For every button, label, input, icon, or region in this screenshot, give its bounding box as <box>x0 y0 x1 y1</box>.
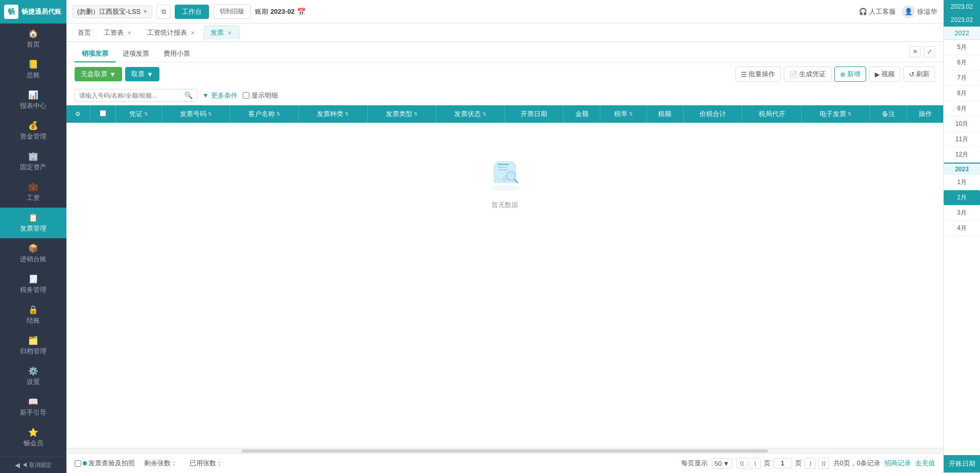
home-icon: 🏠 <box>28 29 38 38</box>
show-detail-label: 显示明细 <box>251 91 278 100</box>
col-settings[interactable]: ⚙ <box>66 105 90 123</box>
sidebar-item-settings[interactable]: ⚙️ 设置 <box>0 361 66 392</box>
col-checkbox[interactable] <box>90 105 115 123</box>
filter-icon: ▼ <box>202 92 209 99</box>
page-label-text: 页 <box>764 459 771 468</box>
month-2023-2-active[interactable]: 2月 <box>944 190 980 206</box>
maximize-window-btn[interactable]: ⤢ <box>924 46 935 57</box>
col-invoice-no[interactable]: 发票号码⇅ <box>162 105 230 123</box>
sub-tab-expense-receipt[interactable]: 费用小票 <box>156 46 197 62</box>
month-2023-1[interactable]: 1月 <box>944 175 980 190</box>
col-voucher[interactable]: 凭证⇅ <box>115 105 161 123</box>
col-invoice-category[interactable]: 发票类型⇅ <box>367 105 436 123</box>
batch-ops-btn[interactable]: ☰ 批量操作 <box>735 66 781 82</box>
month-7[interactable]: 7月 <box>944 71 980 86</box>
page-number-input[interactable] <box>774 458 792 468</box>
tab-payroll-stats[interactable]: 工资统计报表 ✕ <box>141 26 203 39</box>
close-window-btn[interactable]: ✕ <box>909 46 921 57</box>
month-10[interactable]: 10月 <box>944 117 980 132</box>
user-menu[interactable]: 👤 徐溢华 <box>902 5 937 18</box>
logo-icon: 畅 <box>4 5 18 19</box>
filter-bar: 🔍 ▼ 更多条件 显示明细 <box>66 86 943 105</box>
sales-icon: 📦 <box>28 243 38 253</box>
col-electronic[interactable]: 电子发票⇅ <box>802 105 870 123</box>
sidebar-item-home[interactable]: 🏠 首页 <box>0 24 66 54</box>
refresh-btn[interactable]: ↺ 刷新 <box>903 66 935 82</box>
period-calendar-icon[interactable]: 📅 <box>297 8 306 16</box>
recruit-link[interactable]: 招商记录 <box>884 459 911 468</box>
col-total: 价税合计 <box>683 105 742 123</box>
sub-tab-sales-invoice[interactable]: 销项发票 <box>75 46 115 62</box>
sidebar-item-ledger[interactable]: 📒 总账 <box>0 54 66 85</box>
tab-payroll-table[interactable]: 工资表 ✕ <box>97 26 139 39</box>
no-ticket-dropdown-icon: ▼ <box>109 71 116 78</box>
reports-icon: 📊 <box>28 90 38 100</box>
show-detail-checkbox[interactable]: 显示明细 <box>243 91 278 100</box>
col-invoice-type[interactable]: 发票种类⇅ <box>299 105 367 123</box>
detail-checkbox[interactable] <box>243 92 249 99</box>
avatar: 👤 <box>902 5 915 18</box>
last-page-btn[interactable]: ⟩⟩ <box>818 458 829 469</box>
month-2023-4[interactable]: 4月 <box>944 221 980 236</box>
month-2023-3[interactable]: 3月 <box>944 206 980 221</box>
tab-close-icon[interactable]: ✕ <box>189 30 196 36</box>
sidebar-item-label: 归档管理 <box>20 347 46 356</box>
tab-home[interactable]: 首页 <box>73 26 96 39</box>
select-all-checkbox[interactable] <box>100 110 106 117</box>
service-button[interactable]: 🎧 人工客服 <box>859 7 896 16</box>
month-11[interactable]: 11月 <box>944 132 980 147</box>
new-btn[interactable]: ⊕ 新增 <box>834 66 866 82</box>
col-customer[interactable]: 客户名称⇅ <box>230 105 299 123</box>
search-box[interactable]: 🔍 <box>75 89 197 102</box>
col-tax-rate[interactable]: 税率⇅ <box>600 105 646 123</box>
page-size-selector[interactable]: 50 ▼ <box>712 458 732 469</box>
empty-state: 暂无数据 <box>66 123 943 240</box>
legacy-button[interactable]: 切到旧版 <box>213 4 251 19</box>
sidebar-item-archive[interactable]: 🗂️ 归档管理 <box>0 330 66 361</box>
month-6[interactable]: 6月 <box>944 55 980 71</box>
month-5[interactable]: 5月 <box>944 40 980 55</box>
sidebar-collapse-btn[interactable]: ◀ ◀ 取消固定 <box>0 457 66 473</box>
tab-close-active-icon[interactable]: ✕ <box>226 30 233 36</box>
gen-voucher-btn[interactable]: 📄 生成凭证 <box>784 66 831 82</box>
sidebar-item-assets[interactable]: 🏢 固定资产 <box>0 146 66 177</box>
month-9[interactable]: 9月 <box>944 101 980 117</box>
first-page-btn[interactable]: ⟨⟨ <box>736 458 748 469</box>
open-period-btn[interactable]: 开账日期 <box>944 455 980 473</box>
sidebar-item-reports[interactable]: 📊 报表中心 <box>0 85 66 116</box>
tab-close-icon[interactable]: ✕ <box>126 30 133 36</box>
sidebar-item-capital[interactable]: 💰 资金管理 <box>0 116 66 146</box>
col-invoice-status[interactable]: 发票状态⇅ <box>436 105 504 123</box>
sidebar-item-payroll[interactable]: 💼 工资 <box>0 177 66 208</box>
prev-page-btn[interactable]: ⟨ <box>750 458 761 469</box>
sidebar-item-member[interactable]: ⭐ 畅会员 <box>0 422 66 453</box>
tab-invoice[interactable]: 发票 ✕ <box>204 26 240 39</box>
company-selector[interactable]: (勿删）江西股宝-LSS ▼ <box>73 5 152 18</box>
horizontal-scrollbar[interactable] <box>66 448 943 453</box>
next-page-btn[interactable]: ⟩ <box>805 458 816 469</box>
month-8[interactable]: 8月 <box>944 86 980 101</box>
header-right: 🎧 人工客服 👤 徐溢华 <box>859 5 937 18</box>
workspace-button[interactable]: 工作台 <box>175 5 209 19</box>
invoice-page: 销项发票 进项发票 费用小票 无盘取票 ▼ 取票 ▼ ☰ 批量操作 <box>66 42 943 473</box>
recharge-link[interactable]: 去充值 <box>915 459 935 468</box>
more-conditions-btn[interactable]: ▼ 更多条件 <box>202 91 238 100</box>
fetch-btn[interactable]: 取票 ▼ <box>125 67 159 81</box>
sidebar-item-label: 税务管理 <box>20 285 46 295</box>
sidebar-item-tax[interactable]: 🧾 税务管理 <box>0 269 66 300</box>
video-btn[interactable]: ▶ 视频 <box>869 66 900 82</box>
sub-tab-purchase-invoice[interactable]: 进项发票 <box>115 46 156 62</box>
sidebar-item-label: 发票管理 <box>20 224 46 233</box>
footer-links: 招商记录 去充值 <box>884 459 935 468</box>
search-input[interactable] <box>79 92 181 99</box>
verify-checkbox[interactable] <box>75 460 81 467</box>
no-ticket-btn[interactable]: 无盘取票 ▼ <box>75 67 122 81</box>
no-ticket-label: 无盘取票 <box>81 70 107 79</box>
sidebar-item-invoice[interactable]: 📋 发票管理 <box>0 208 66 238</box>
month-12[interactable]: 12月 <box>944 147 980 163</box>
sidebar-item-sales[interactable]: 📦 进销台账 <box>0 238 66 269</box>
copy-button[interactable]: ⧉ <box>156 5 171 19</box>
tab-label: 发票 <box>211 28 224 37</box>
sidebar-item-guide[interactable]: 📖 新手引导 <box>0 392 66 422</box>
sidebar-item-closing[interactable]: 🔒 结账 <box>0 300 66 330</box>
